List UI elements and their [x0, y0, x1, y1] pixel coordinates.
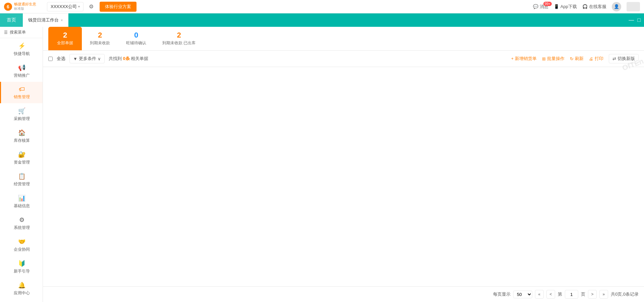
sidebar-item-finance[interactable]: 🔐 资金管理 [0, 147, 43, 169]
user-name-area[interactable] [627, 2, 640, 11]
app-center-icon: 🔔 [18, 282, 25, 289]
message-icon: 💬 [533, 4, 538, 9]
sidebar-item-guide[interactable]: 🔰 新手引导 [0, 256, 43, 278]
sidebar-label-quick-nav: 快捷导航 [14, 51, 30, 57]
add-sales-order-button[interactable]: + 新增销货单 [511, 56, 537, 62]
sidebar-item-system[interactable]: ⚙ 系统管理 [0, 212, 43, 234]
app-download-label: App下载 [560, 4, 577, 10]
chevron-down-icon: ∨ [98, 56, 101, 61]
sidebar-item-operations[interactable]: 📋 经营管理 [0, 169, 43, 190]
tab-bar: 首页 钱货日清工作台 × — □ [0, 13, 644, 27]
prev-page-button[interactable]: < [546, 290, 555, 299]
stat-num-overdue-out: 2 [177, 31, 181, 40]
app-download-button[interactable]: 📱 App下载 [554, 4, 577, 10]
sidebar-label-guide: 新手引导 [14, 268, 30, 274]
stat-tab-overdue[interactable]: 2 到期未收款 [82, 27, 118, 50]
sidebar-item-sales[interactable]: 🏷 销售管理 [0, 82, 43, 103]
sidebar-label-finance: 资金管理 [14, 160, 30, 165]
page-size-select[interactable]: 50 20 100 [513, 291, 532, 298]
minimize-icon[interactable]: — [629, 17, 634, 23]
sidebar-item-enterprise[interactable]: 🤝 企业协同 [0, 234, 43, 256]
filter-icon: ▼ [73, 56, 77, 61]
filter-label: 更多条件 [79, 56, 96, 62]
settings-icon[interactable]: ⚙ [86, 2, 96, 12]
sidebar-item-purchase[interactable]: 🛒 采购管理 [0, 103, 43, 125]
stat-label-pending: 旺辅待确认 [126, 40, 146, 46]
stat-num-overdue: 2 [98, 31, 102, 40]
stat-num-pending: 0 [134, 31, 138, 40]
filter-button[interactable]: ▼ 更多条件 ∨ [69, 54, 105, 63]
batch-label: 批量操作 [547, 56, 565, 62]
main-layout: ☰ 搜索菜单 ⚡ 快捷导航 📢 营销推广 🏷 销售管理 🛒 采购管理 🏠 库存核… [0, 27, 644, 302]
last-page-button[interactable]: » [599, 290, 608, 299]
basic-info-icon: 📊 [18, 194, 25, 202]
top-bar: 6 畅捷通好生意 标准版 XXXXXX公司 ▾ ⚙ 体验行业方案 💬 消息 99… [0, 0, 644, 13]
user-icon: 👤 [614, 4, 619, 9]
sales-icon: 🏷 [19, 86, 25, 93]
refresh-label: 刷新 [575, 56, 584, 62]
sidebar-item-inventory[interactable]: 🏠 库存核算 [0, 125, 43, 147]
sidebar-item-wechat[interactable]: 💬 企业微信 [0, 299, 43, 302]
print-icon: 🖨 [589, 56, 593, 61]
purchase-icon: 🛒 [18, 107, 25, 115]
sidebar-item-marketing[interactable]: 📢 营销推广 [0, 60, 43, 82]
select-all-label: 全选 [57, 56, 65, 62]
last-page-icon: » [603, 292, 605, 297]
company-name: XXXXXX公司 [51, 4, 77, 10]
message-badge: 99+ [543, 2, 552, 6]
switch-new-version-button[interactable]: ⇄ 切换新版 [609, 54, 639, 63]
stats-tabs: 2 全部单据 2 到期未收款 0 旺辅待确认 2 到期未收款 已出库 [43, 27, 644, 51]
online-service-label: 在线客服 [589, 4, 606, 10]
search-icon: ☰ [4, 30, 8, 35]
sidebar-label-operations: 经营管理 [14, 181, 30, 187]
chevron-down-icon: ▾ [78, 5, 80, 8]
switch-icon: ⇄ [612, 56, 616, 61]
close-icon[interactable]: × [61, 18, 63, 22]
logo-icon: 6 [4, 3, 12, 11]
next-page-icon: > [591, 292, 593, 297]
first-page-icon: « [538, 292, 541, 297]
found-text: 共找到 0条 相关单据 [109, 56, 148, 62]
toolbar: 全选 ▼ 更多条件 ∨ 共找到 0条 相关单据 + 新增销货单 ⊞ 批量操作 [43, 51, 644, 67]
switch-label: 切换新版 [618, 56, 635, 62]
found-prefix: 共找到 [109, 56, 122, 61]
avatar[interactable]: 👤 [612, 2, 621, 11]
print-label: 打印 [595, 56, 603, 62]
stat-tab-overdue-out[interactable]: 2 到期未收款 已出库 [154, 27, 204, 50]
prev-page-icon: < [549, 292, 552, 297]
batch-operation-button[interactable]: ⊞ 批量操作 [542, 56, 565, 62]
trial-button[interactable]: 体验行业方案 [100, 2, 137, 12]
marketing-icon: 📢 [18, 64, 25, 71]
refresh-icon: ↻ [570, 56, 574, 61]
batch-icon: ⊞ [542, 56, 546, 61]
system-icon: ⚙ [19, 216, 24, 224]
tab-label: 钱货日清工作台 [28, 17, 59, 23]
stat-tab-pending[interactable]: 0 旺辅待确认 [118, 27, 154, 50]
print-button[interactable]: 🖨 打印 [589, 56, 603, 62]
select-all-checkbox[interactable] [48, 57, 53, 61]
app-name: 畅捷通好生意 [14, 2, 36, 6]
search-menu-label: 搜索菜单 [10, 29, 26, 35]
next-page-button[interactable]: > [588, 290, 597, 299]
tab-work-bench[interactable]: 钱货日清工作台 × [23, 13, 68, 27]
online-service-button[interactable]: 🎧 在线客服 [582, 4, 606, 10]
tab-home[interactable]: 首页 [0, 13, 23, 27]
search-menu[interactable]: ☰ 搜索菜单 [0, 27, 43, 38]
company-selector[interactable]: XXXXXX公司 ▾ [47, 2, 84, 11]
message-button[interactable]: 💬 消息 99+ [533, 4, 548, 10]
main-content: 2 全部单据 2 到期未收款 0 旺辅待确认 2 到期未收款 已出库 全选 [43, 27, 644, 302]
sidebar-label-system: 系统管理 [14, 225, 30, 231]
download-icon: 📱 [554, 4, 559, 9]
stat-tab-all[interactable]: 2 全部单据 [48, 27, 82, 50]
sidebar-label-sales: 销售管理 [14, 94, 30, 100]
sidebar-item-app-center[interactable]: 🔔 应用中心 [0, 278, 43, 299]
page-number-input[interactable] [565, 290, 578, 299]
sidebar-item-quick-nav[interactable]: ⚡ 快捷导航 [0, 38, 43, 60]
maximize-icon[interactable]: □ [637, 17, 641, 23]
refresh-button[interactable]: ↻ 刷新 [570, 56, 584, 62]
app-tag: 标准版 [14, 6, 36, 11]
first-page-button[interactable]: « [535, 290, 544, 299]
stat-label-overdue: 到期未收款 [90, 40, 110, 46]
sidebar-item-basic-info[interactable]: 📊 基础信息 [0, 190, 43, 212]
guide-icon: 🔰 [18, 260, 25, 267]
